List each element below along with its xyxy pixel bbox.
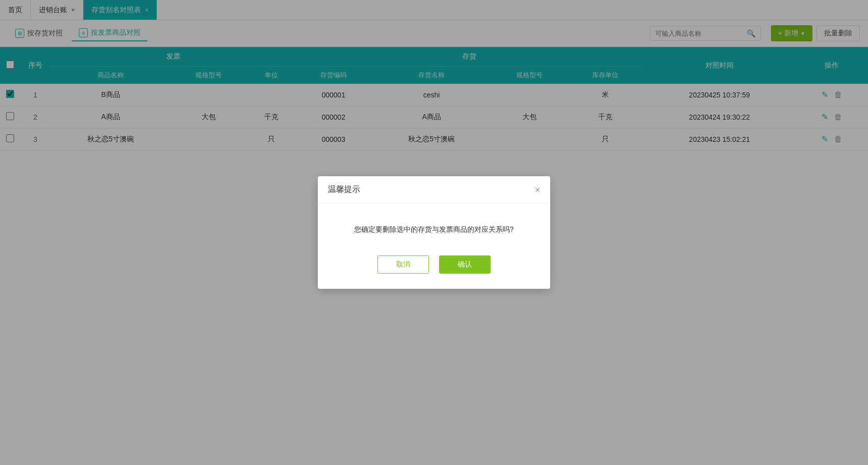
confirm-button[interactable]: 确认 [439,255,491,274]
dialog-header: 温馨提示 × [318,176,550,203]
dialog-message: 您确定要删除选中的存货与发票商品的对应关系吗? [328,224,540,235]
dialog-title: 温馨提示 [328,184,360,195]
dialog: 温馨提示 × 您确定要删除选中的存货与发票商品的对应关系吗? 取消 确认 [318,176,550,288]
cancel-button[interactable]: 取消 [377,255,429,274]
dialog-footer: 取消 确认 [318,250,550,289]
dialog-close-icon[interactable]: × [535,185,540,194]
dialog-body: 您确定要删除选中的存货与发票商品的对应关系吗? [318,203,550,250]
overlay: 温馨提示 × 您确定要删除选中的存货与发票商品的对应关系吗? 取消 确认 [0,0,868,465]
